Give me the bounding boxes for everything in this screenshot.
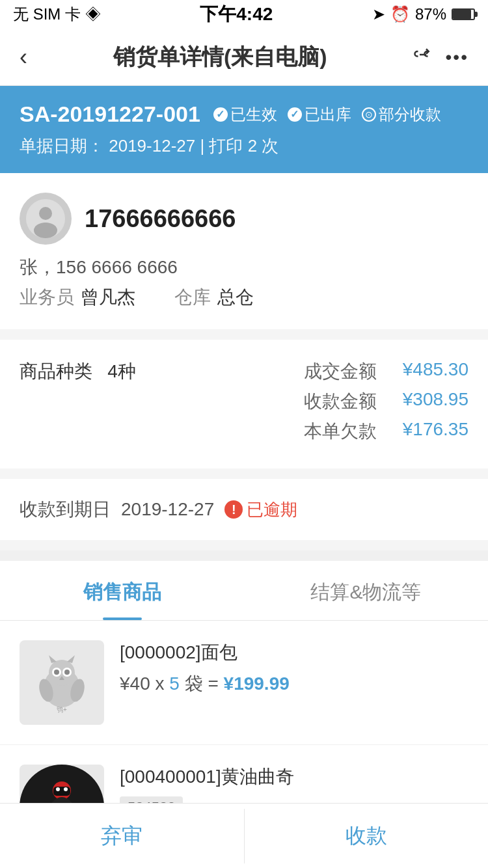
customer-section: 17666666666 张，156 6666 6666 业务员 曾凡杰 仓库 总… <box>0 173 488 329</box>
bottom-bar: 弃审 收款 <box>0 803 488 868</box>
tab-settlement[interactable]: 结算&物流等 <box>244 561 488 620</box>
badge-effective: ✓ 已生效 <box>213 104 277 125</box>
receipt-amount-row: 收款金额 ¥308.95 <box>304 389 468 414</box>
warehouse: 仓库 总仓 <box>174 285 254 310</box>
overdue-badge: ! 已逾期 <box>224 498 297 521</box>
order-date-value: 2019-12-27 <box>109 136 195 156</box>
svg-text:鸮+: 鸮+ <box>57 706 67 713</box>
share-icon[interactable] <box>413 45 433 69</box>
debt-value: ¥176.35 <box>403 419 468 444</box>
product-price-1: ¥40 <box>120 673 150 694</box>
confirm-button[interactable]: 收款 <box>245 809 489 863</box>
product-unit-1: 袋 <box>185 673 203 694</box>
svg-point-23 <box>56 787 60 791</box>
deal-value: ¥485.30 <box>403 359 468 384</box>
product-image-1: 鸮+ <box>20 640 104 725</box>
tab-products[interactable]: 销售商品 <box>0 561 244 620</box>
product-total-1: ¥199.99 <box>224 673 290 694</box>
overdue-text: 已逾期 <box>247 498 297 521</box>
debt-amount-row: 本单欠款 ¥176.35 <box>304 419 468 444</box>
back-button[interactable]: ‹ <box>20 44 27 71</box>
goods-type-label: 商品种类 <box>20 361 92 381</box>
page-title: 销货单详情(来自电脑) <box>113 42 327 72</box>
due-section: 收款到期日 2019-12-27 ! 已逾期 <box>0 479 488 540</box>
badge-shipped: ✓ 已出库 <box>288 104 351 125</box>
order-date-label: 单据日期： <box>20 136 104 156</box>
product-multiply-1: x <box>156 673 170 694</box>
status-left: 无 SIM 卡 ◈ <box>13 4 101 25</box>
alarm-icon: ⏰ <box>390 5 410 23</box>
status-time: 下午4:42 <box>200 2 273 27</box>
overdue-icon: ! <box>224 500 243 519</box>
warehouse-label: 仓库 <box>174 285 211 310</box>
svg-point-11 <box>54 670 59 675</box>
clock-icon: ⊙ <box>362 107 376 122</box>
svg-point-3 <box>34 223 57 238</box>
more-icon[interactable]: ••• <box>446 47 468 68</box>
svg-point-12 <box>64 670 70 675</box>
order-header: SA-20191227-001 ✓ 已生效 ✓ 已出库 ⊙ 部分收款 单据日期：… <box>0 86 488 173</box>
section-divider <box>0 550 488 561</box>
sales-label: 业务员 <box>20 285 74 310</box>
product-name-2: [000400001]黄油曲奇 <box>120 765 468 789</box>
check-icon-1: ✓ <box>213 107 228 122</box>
status-badges: ✓ 已生效 ✓ 已出库 ⊙ 部分收款 <box>213 104 441 125</box>
product-equal-1: = <box>208 673 223 694</box>
deal-label: 成交金额 <box>304 359 377 384</box>
sales-value: 曾凡杰 <box>81 285 135 310</box>
nav-actions: ••• <box>413 45 468 69</box>
cancel-button[interactable]: 弃审 <box>0 809 245 863</box>
product-item: 鸮+ [0000002]面包 ¥40 x 5 袋 = ¥199.99 <box>0 621 488 745</box>
tabs-section: 销售商品 结算&物流等 <box>0 561 488 621</box>
battery-text: 87% <box>415 5 446 23</box>
goods-type-value: 4种 <box>107 361 136 381</box>
svg-point-24 <box>64 787 68 791</box>
sales-person: 业务员 曾凡杰 <box>20 285 135 310</box>
customer-name: 17666666666 <box>85 205 236 233</box>
product-placeholder-1: 鸮+ <box>20 640 104 725</box>
product-name-1: [0000002]面包 <box>120 640 468 665</box>
avatar <box>20 193 72 245</box>
amounts-section: 商品种类 4种 成交金额 ¥485.30 收款金额 ¥308.95 本单欠款 ¥… <box>0 340 488 468</box>
check-icon-2: ✓ <box>288 107 302 122</box>
receipt-label: 收款金额 <box>304 389 377 414</box>
order-date-row: 单据日期： 2019-12-27 | 打印 2 次 <box>20 135 468 157</box>
due-date-value: 2019-12-27 <box>121 499 214 520</box>
product-details-1: [0000002]面包 ¥40 x 5 袋 = ¥199.99 <box>120 640 468 696</box>
status-right: ➤ ⏰ 87% <box>372 5 475 23</box>
customer-info: 17666666666 <box>20 193 468 245</box>
product-qty-1: 5 <box>169 673 180 694</box>
order-print-info: | 打印 2 次 <box>200 136 278 156</box>
amounts-right: 成交金额 ¥485.30 收款金额 ¥308.95 本单欠款 ¥176.35 <box>304 359 468 449</box>
debt-label: 本单欠款 <box>304 419 377 444</box>
order-id-row: SA-20191227-001 ✓ 已生效 ✓ 已出库 ⊙ 部分收款 <box>20 102 468 127</box>
svg-rect-22 <box>53 787 70 796</box>
warehouse-value: 总仓 <box>217 285 254 310</box>
deal-amount-row: 成交金额 ¥485.30 <box>304 359 468 384</box>
goods-types: 商品种类 4种 <box>20 359 136 384</box>
customer-phone: 张，156 6666 6666 <box>20 255 468 280</box>
badge-effective-text: 已生效 <box>230 104 277 125</box>
nav-bar: ‹ 销货单详情(来自电脑) ••• <box>0 29 488 86</box>
battery-icon <box>452 8 475 20</box>
sim-status: 无 SIM 卡 ◈ <box>13 4 101 25</box>
receipt-value: ¥308.95 <box>403 389 468 414</box>
badge-partial-text: 部分收款 <box>379 104 441 125</box>
status-bar: 无 SIM 卡 ◈ 下午4:42 ➤ ⏰ 87% <box>0 0 488 29</box>
badge-shipped-text: 已出库 <box>305 104 351 125</box>
location-icon: ➤ <box>372 5 385 23</box>
customer-meta: 业务员 曾凡杰 仓库 总仓 <box>20 285 468 310</box>
svg-point-2 <box>39 207 52 220</box>
product-price-row-1: ¥40 x 5 袋 = ¥199.99 <box>120 671 468 696</box>
due-date-label: 收款到期日 <box>20 497 111 522</box>
badge-partial-payment: ⊙ 部分收款 <box>362 104 441 125</box>
order-id: SA-20191227-001 <box>20 102 200 127</box>
